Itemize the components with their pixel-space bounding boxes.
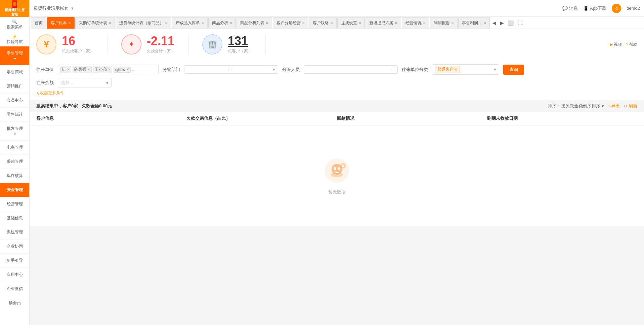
sidebar-item-finance[interactable]: 资金管理 xyxy=(0,183,29,197)
brand-dropdown-icon[interactable]: ▾ xyxy=(71,6,74,11)
tag-wu-close[interactable]: ✕ xyxy=(67,68,70,71)
tag-cjttcw: cjttcw ✕ xyxy=(114,67,131,73)
tab-raise-settings[interactable]: 提成设置 ✕ xyxy=(337,17,365,29)
sidebar-item-retail-mall[interactable]: 零售商城 xyxy=(0,65,29,79)
sidebar-item-system[interactable]: 系统管理 xyxy=(0,225,29,240)
sidebar-item-search[interactable]: 🔍 搜索菜单 xyxy=(0,17,29,33)
tab-product-entry[interactable]: 产成品入库单 ✕ xyxy=(172,17,208,29)
message-icon: 💬 xyxy=(562,6,568,11)
sidebar-item-vip[interactable]: 畅会员 xyxy=(0,296,29,310)
sidebar-item-inventory[interactable]: 库存核算 xyxy=(0,169,29,183)
debt-customers-value: 16 xyxy=(62,35,94,47)
tab-product-analysis-list[interactable]: 商品分析列表 ✕ xyxy=(237,17,272,29)
video-link[interactable]: ▶ 视频 xyxy=(610,42,622,47)
sidebar-item-retail-mgmt[interactable]: 零售管理 ▾ xyxy=(0,46,29,65)
filter-row-1: 往来单位 伍 ✕ 陈民强 ✕ 王小亮 ✕ cjttcw xyxy=(36,64,637,75)
tag-chen-close[interactable]: ✕ xyxy=(87,68,90,71)
tab-customer-segment-label: 客户分层经营 xyxy=(276,20,301,26)
refresh-icon: ↺ xyxy=(624,104,628,109)
tab-profit-report-label: 利润报告 xyxy=(434,20,450,26)
tab-operations[interactable]: 经营情况 ✕ xyxy=(402,17,429,29)
category-filter-label: 往来单位分类 xyxy=(402,67,428,73)
person-filter-select[interactable]: ··· xyxy=(304,65,398,74)
balance-filter-select[interactable]: 选择... ▾ xyxy=(58,78,112,87)
tab-retail-profit-close[interactable]: ✕ xyxy=(483,21,486,25)
help-link[interactable]: ? 帮助 xyxy=(626,42,637,47)
tab-nav-next[interactable]: ▶ xyxy=(498,20,506,26)
app-download-btn[interactable]: 📱 App下载 xyxy=(583,5,606,11)
tab-raise-settings-label: 提成设置 xyxy=(341,20,357,26)
tab-accounts[interactable]: 客户账本 ✕ xyxy=(47,17,75,29)
sidebar-item-enterprise[interactable]: 企业协同 xyxy=(0,240,29,254)
category-dropdown-arrow: ▾ xyxy=(494,67,496,72)
debt-amount-value: -2.11 xyxy=(147,35,175,47)
sidebar-item-quick-nav[interactable]: ⚡ 快捷导航 xyxy=(0,33,29,46)
tab-purchase-orders[interactable]: 采购订单统计表 ✕ xyxy=(75,17,115,29)
tab-customer-segment[interactable]: 客户分层经营 ✕ xyxy=(273,17,308,29)
tag-wang: 王小亮 ✕ xyxy=(93,66,112,73)
tab-fullscreen-btn[interactable]: ⛶ xyxy=(516,20,524,26)
tab-new-raise-close[interactable]: ✕ xyxy=(395,21,397,25)
tag-wang-close[interactable]: ✕ xyxy=(108,68,111,71)
tab-profit-report-close[interactable]: ✕ xyxy=(451,21,454,25)
tab-product-analysis-list-close[interactable]: ✕ xyxy=(266,21,268,25)
tab-purchase-close[interactable]: ✕ xyxy=(109,21,111,25)
sidebar-item-new-guide[interactable]: 新手引导 xyxy=(0,254,29,268)
video-icon: ▶ xyxy=(610,42,613,47)
tag-cjttcw-close[interactable]: ✕ xyxy=(126,68,129,71)
tab-nav-prev[interactable]: ◀ xyxy=(490,20,498,26)
tab-customer-contact[interactable]: 客户联络 ✕ xyxy=(309,17,337,29)
sidebar-item-wholesale[interactable]: 批发管理 ▾ xyxy=(0,122,29,141)
category-tag: 普通客户 ✕ xyxy=(435,66,460,73)
tab-goods-stats[interactable]: 进货单统计表（按商品） ✕ xyxy=(116,17,171,29)
tab-product-analysis[interactable]: 商品分析 ✕ xyxy=(208,17,236,29)
tab-product-entry-close[interactable]: ✕ xyxy=(201,21,204,25)
table-body: 暂无数据 xyxy=(30,125,644,226)
debt-customers-icon: ¥ xyxy=(36,34,56,55)
tab-goods-close[interactable]: ✕ xyxy=(165,21,168,25)
category-tag-close[interactable]: ✕ xyxy=(454,67,458,72)
tab-product-analysis-label: 商品分析 xyxy=(212,20,228,26)
collapse-btn[interactable]: ∧ 收起更多条件 xyxy=(36,90,637,96)
sort-select[interactable]: 排序：按欠款金额倒序排序 ▾ xyxy=(548,103,604,109)
topbar: 母婴行业演示帐套 ▾ 💬 消息 📱 App下载 d demo2 xyxy=(30,0,644,17)
sidebar-item-operations[interactable]: 经营管理 xyxy=(0,197,29,211)
tab-operations-close[interactable]: ✕ xyxy=(423,21,426,25)
total-customers-value[interactable]: 131 xyxy=(228,35,252,47)
sidebar-item-purchase[interactable]: 采购管理 xyxy=(0,155,29,169)
tab-retail-profit[interactable]: 零售利润（ ✕ xyxy=(458,17,490,29)
tab-raise-settings-close[interactable]: ✕ xyxy=(358,21,361,25)
tab-accounts-close[interactable]: ✕ xyxy=(68,21,71,25)
tab-purchase-orders-label: 采购订单统计表 xyxy=(79,20,107,26)
sort-dropdown-icon: ▾ xyxy=(602,104,604,109)
sidebar-item-retail-stats[interactable]: 零售统计 xyxy=(0,108,29,122)
avatar-initial: d xyxy=(615,6,618,11)
dept-dots[interactable]: ··· xyxy=(228,67,232,72)
tag-wu: 伍 ✕ xyxy=(60,66,71,73)
tab-new-raise[interactable]: 新增提成方案 ✕ xyxy=(366,17,401,29)
tab-collapse-btn[interactable]: ⬜ xyxy=(506,20,516,26)
sidebar-item-marketing[interactable]: 营销推广 xyxy=(0,79,29,94)
tags-more[interactable]: ... xyxy=(132,67,135,72)
unit-filter-tags[interactable]: 伍 ✕ 陈民强 ✕ 王小亮 ✕ cjttcw ✕ ... xyxy=(58,65,159,74)
query-button[interactable]: 查询 xyxy=(503,65,524,75)
sidebar-item-ecommerce[interactable]: 电商管理 xyxy=(0,141,29,155)
tab-customer-contact-close[interactable]: ✕ xyxy=(330,21,333,25)
sidebar-item-member[interactable]: 会员中心 xyxy=(0,94,29,108)
refresh-btn[interactable]: ↺ 刷新 xyxy=(624,103,637,109)
tab-home[interactable]: 首页 xyxy=(31,17,46,29)
tab-product-analysis-close[interactable]: ✕ xyxy=(229,21,232,25)
person-dots[interactable]: ··· xyxy=(391,67,395,72)
tab-profit-report[interactable]: 利润报告 ✕ xyxy=(430,17,458,29)
avatar[interactable]: d xyxy=(612,4,621,13)
sidebar-item-enterprise-wechat[interactable]: 企业微信 xyxy=(0,282,29,296)
dept-filter-select[interactable]: ··· ▾ xyxy=(184,65,278,74)
message-btn[interactable]: 💬 消息 xyxy=(562,5,578,11)
category-filter-select[interactable]: 普通客户 ✕ ▾ xyxy=(432,64,499,75)
tab-customer-segment-close[interactable]: ✕ xyxy=(302,21,305,25)
sidebar-item-app-center[interactable]: 应用中心 xyxy=(0,268,29,282)
export-btn[interactable]: ↑ 导出 xyxy=(608,103,620,109)
brand-name: 母婴行业演示帐套 xyxy=(34,5,69,11)
help-icon: ? xyxy=(626,42,628,47)
sidebar-item-basic-info[interactable]: 基础信息 xyxy=(0,211,29,225)
